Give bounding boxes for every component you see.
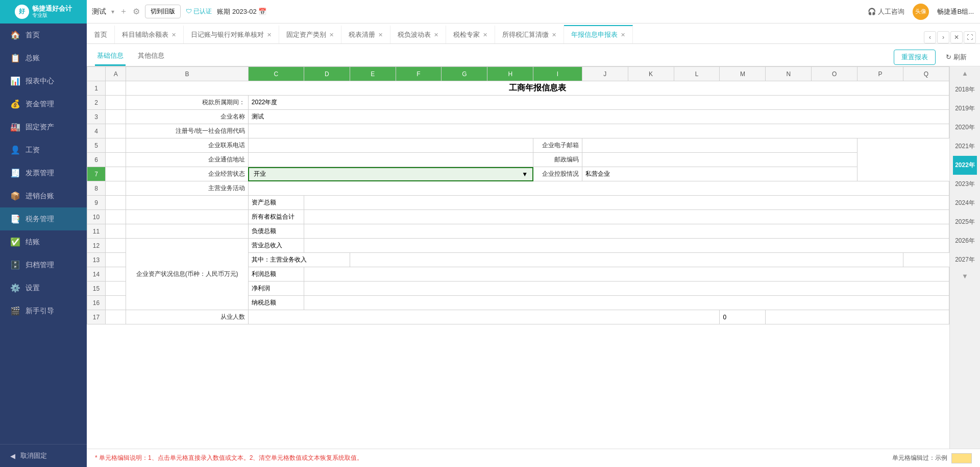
cell-14-c[interactable]: 利润总额 <box>248 267 304 282</box>
year-scroll-down-button[interactable]: ▼ <box>959 269 971 283</box>
cell-2-a[interactable] <box>106 96 126 110</box>
year-item-2023[interactable]: 2023年 <box>953 175 977 194</box>
cell-11-c[interactable]: 负债总额 <box>248 224 304 239</box>
sidebar-item-inout[interactable]: 📦进销台账 <box>0 184 87 207</box>
sidebar-item-report[interactable]: 📊报表中心 <box>0 69 87 92</box>
cell-8-b[interactable]: 主营业务活动 <box>126 181 248 196</box>
tab-tax_table[interactable]: 税表清册✕ <box>341 25 390 43</box>
cell-5-b[interactable]: 企业联系电话 <box>126 138 248 153</box>
cell-17-n[interactable]: 0 <box>720 310 766 324</box>
cell-4-c[interactable] <box>248 124 949 138</box>
cell-11-d[interactable] <box>304 224 949 239</box>
cell-8-c[interactable] <box>248 181 949 196</box>
year-item-2027[interactable]: 2027年 <box>953 250 977 269</box>
year-scroll-up-button[interactable]: ▲ <box>959 66 971 80</box>
tab-tax_fluctuation[interactable]: 税负波动表✕ <box>390 25 446 43</box>
sidebar-item-home[interactable]: 🏠首页 <box>0 24 87 46</box>
tab-close-income_tax[interactable]: ✕ <box>552 32 556 38</box>
cell-6-k[interactable] <box>582 153 857 167</box>
tab-close-tax_fluctuation[interactable]: ✕ <box>434 32 438 38</box>
year-item-2024[interactable]: 2024年 <box>953 194 977 213</box>
cell-16-d[interactable] <box>304 296 949 310</box>
year-item-2025[interactable]: 2025年 <box>953 213 977 231</box>
cell-9-d[interactable] <box>304 196 949 210</box>
sub-tab-basic[interactable]: 基础信息 <box>95 48 126 66</box>
sidebar-item-asset[interactable]: 🏭固定资产 <box>0 115 87 138</box>
cell-7-j[interactable]: 企业控股情况 <box>533 167 582 181</box>
tab-close-annual_report[interactable]: ✕ <box>621 32 625 38</box>
cell-14-d[interactable] <box>304 267 949 282</box>
sidebar-item-closing[interactable]: ✅结账 <box>0 230 87 253</box>
cell-17-a[interactable] <box>106 310 126 324</box>
refresh-button[interactable]: ↻ 刷新 <box>941 50 972 64</box>
cell-16-a[interactable] <box>106 296 126 310</box>
cell-17-b[interactable]: 从业人数 <box>126 310 248 324</box>
tab-close-journal_bank[interactable]: ✕ <box>267 32 272 38</box>
cell-8-a[interactable] <box>106 181 126 196</box>
cell-2-b[interactable]: 税款所属期间： <box>126 96 248 110</box>
cell-3-c[interactable]: 测试 <box>248 110 949 124</box>
add-icon[interactable]: ＋ <box>119 6 128 17</box>
cell-15-c[interactable]: 净利润 <box>248 282 304 296</box>
tab-prev-button[interactable]: ‹ <box>924 31 936 43</box>
cell-17-c[interactable] <box>248 310 720 324</box>
cell-13-c[interactable]: 其中：主营业务收入 <box>248 253 350 267</box>
tab-expand-button[interactable]: ⛶ <box>964 31 976 43</box>
cell-4-b[interactable]: 注册号/统一社会信用代码 <box>126 124 248 138</box>
cell-15-a[interactable] <box>106 282 126 296</box>
tab-next-button[interactable]: › <box>937 31 949 43</box>
tab-fixed_asset_type[interactable]: 固定资产类别✕ <box>279 25 341 43</box>
year-item-2026[interactable]: 2026年 <box>953 231 977 250</box>
sidebar-item-fund[interactable]: 💰资金管理 <box>0 92 87 115</box>
service-button[interactable]: 🎧 人工咨询 <box>868 7 904 16</box>
tab-aux_balance[interactable]: 科目辅助余额表✕ <box>115 25 184 43</box>
cell-9-b[interactable] <box>126 196 248 210</box>
tab-tax_expert[interactable]: 税检专家✕ <box>446 25 495 43</box>
sidebar-item-salary[interactable]: 👤工资 <box>0 138 87 161</box>
year-item-2022[interactable]: 2022年 <box>953 156 977 175</box>
switch-version-button[interactable]: 切到旧版 <box>145 5 181 18</box>
tab-close-tax_expert[interactable]: ✕ <box>483 32 487 38</box>
sidebar-item-settings[interactable]: ⚙️设置 <box>0 276 87 299</box>
cell-7-a[interactable] <box>106 167 126 181</box>
cell-12-c[interactable]: 营业总收入 <box>248 239 304 253</box>
sidebar-item-ledger[interactable]: 📋总账 <box>0 46 87 69</box>
year-item-2020[interactable]: 2020年 <box>953 118 977 137</box>
cell-12-a[interactable] <box>106 239 126 253</box>
cell-13-e[interactable] <box>350 253 903 267</box>
cell-5-k[interactable] <box>582 138 857 153</box>
dropdown-arrow-icon[interactable]: ▾ <box>111 8 114 15</box>
tab-close-aux_balance[interactable]: ✕ <box>172 32 176 38</box>
sub-tab-other[interactable]: 其他信息 <box>136 48 166 66</box>
cell-3-b[interactable]: 企业名称 <box>126 110 248 124</box>
cell-17-o[interactable] <box>766 310 949 324</box>
year-item-2019[interactable]: 2019年 <box>953 99 977 118</box>
cell-16-c[interactable]: 纳税总额 <box>248 296 304 310</box>
cell-6-c[interactable] <box>248 153 533 167</box>
spreadsheet-container[interactable]: ABCDEFGHIJKLMNOPQ 1工商年报信息表2税款所属期间：2022年度… <box>87 66 949 449</box>
cell-2-c[interactable]: 2022年度 <box>248 96 949 110</box>
sidebar-item-tax[interactable]: 📑税务管理 <box>0 207 87 230</box>
cell-5-a[interactable] <box>106 138 126 153</box>
dropdown-arrow-icon[interactable]: ▼ <box>522 171 528 178</box>
cell-14-a[interactable] <box>106 267 126 282</box>
sidebar-item-archive[interactable]: 🗄️归档管理 <box>0 253 87 276</box>
cell-9-c[interactable]: 资产总额 <box>248 196 304 210</box>
cell-13-a[interactable] <box>106 253 126 267</box>
tab-close-button[interactable]: ✕ <box>950 31 963 43</box>
cell-6-b[interactable]: 企业通信地址 <box>126 153 248 167</box>
sidebar-item-collapse[interactable]: ◀ 取消固定 <box>0 445 87 467</box>
cell-4-a[interactable] <box>106 124 126 138</box>
cell-10-a[interactable] <box>106 210 126 224</box>
cell-7-c[interactable]: 开业▼ <box>248 167 533 181</box>
cell-10-d[interactable] <box>304 210 949 224</box>
tab-close-tax_table[interactable]: ✕ <box>378 32 383 38</box>
cell-7-b[interactable]: 企业经营状态 <box>126 167 248 181</box>
sidebar-item-guide[interactable]: 🎬新手引导 <box>0 299 87 322</box>
cell-1-a[interactable] <box>106 81 126 96</box>
settings-icon[interactable]: ⚙ <box>133 7 140 16</box>
cell-3-a[interactable] <box>106 110 126 124</box>
cell-7-k[interactable]: 私营企业 <box>582 167 857 181</box>
cell-6-a[interactable] <box>106 153 126 167</box>
cell-9-a[interactable] <box>106 196 126 210</box>
